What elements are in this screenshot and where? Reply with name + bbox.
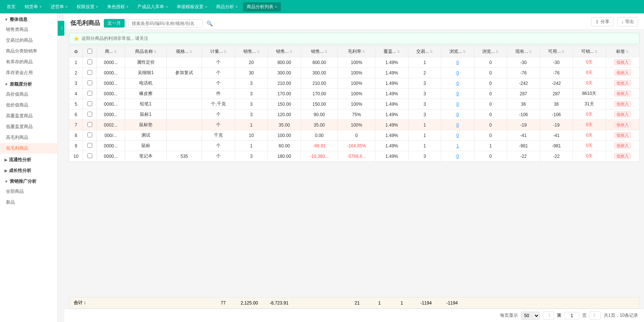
row-checkbox[interactable] bbox=[87, 112, 92, 117]
th-sale-price[interactable]: 销售...⇅ bbox=[268, 46, 301, 57]
cell-browse1[interactable]: 0 bbox=[441, 109, 474, 120]
row-checkbox[interactable] bbox=[87, 153, 92, 158]
sidebar-item-new-goods[interactable]: 新品 bbox=[0, 197, 57, 208]
th-saleable[interactable]: 可销...⇅ bbox=[573, 46, 606, 57]
cell-sale-count: 10 bbox=[235, 130, 268, 141]
sidebar-item-sales-goods[interactable]: 销售类商品 bbox=[0, 24, 57, 35]
th-settings[interactable]: ⚙ bbox=[69, 46, 83, 57]
row-checkbox[interactable] bbox=[87, 143, 92, 148]
th-unit[interactable]: 计量...⇅ bbox=[202, 46, 235, 57]
nav-sales-order-close[interactable]: × bbox=[39, 5, 42, 9]
cell-browse1[interactable]: 0 bbox=[441, 78, 474, 89]
row-checkbox[interactable] bbox=[87, 133, 92, 137]
sidebar-item-high-value[interactable]: 高价值商品 bbox=[0, 89, 57, 100]
search-input[interactable] bbox=[128, 19, 203, 28]
cell-checkbox[interactable] bbox=[83, 151, 97, 162]
total-sale-count: 77 bbox=[212, 300, 234, 306]
select-all-checkbox[interactable] bbox=[87, 49, 92, 54]
row-checkbox[interactable] bbox=[87, 60, 92, 64]
row-checkbox[interactable] bbox=[87, 122, 92, 127]
filter-recent-month-btn[interactable]: 近一月 bbox=[104, 19, 125, 28]
th-code[interactable]: 商...⇅ bbox=[97, 46, 125, 57]
th-tag[interactable]: 标签⇅ bbox=[606, 46, 639, 57]
cell-browse1[interactable]: 0 bbox=[441, 68, 474, 78]
sidebar-group-growth[interactable]: ▶ 成长性分析 bbox=[0, 165, 57, 175]
th-gross-margin[interactable]: 毛利率⇅ bbox=[338, 46, 375, 57]
sidebar-group-overall[interactable]: ▼ 整体信息 bbox=[0, 13, 57, 24]
th-browse2[interactable]: 浏览...⇅ bbox=[474, 46, 507, 57]
page-input[interactable] bbox=[564, 312, 579, 319]
nav-product-analysis-list-close[interactable]: × bbox=[275, 5, 277, 9]
sidebar-item-category-rate[interactable]: 商品分类助销率 bbox=[0, 46, 57, 57]
cell-spec bbox=[167, 78, 202, 89]
nav-purchase-order[interactable]: 进货单 × bbox=[47, 2, 71, 12]
th-name[interactable]: 商品名称⇅ bbox=[125, 46, 167, 57]
sidebar-item-capital[interactable]: 库存资金占用 bbox=[0, 67, 57, 78]
row-checkbox[interactable] bbox=[87, 70, 92, 75]
sidebar-item-high-margin[interactable]: 高毛利商品 bbox=[0, 132, 57, 143]
cell-browse1[interactable]: 0 bbox=[441, 151, 474, 162]
th-checkbox[interactable] bbox=[83, 46, 97, 57]
sidebar-group-marketing[interactable]: ▼ 营销推广分析 bbox=[0, 175, 57, 186]
cell-browse1[interactable]: 0 bbox=[441, 130, 474, 141]
nav-sales-order[interactable]: 销货单 × bbox=[21, 2, 45, 12]
cell-checkbox[interactable] bbox=[83, 130, 97, 141]
cell-sale-price: 60.00 bbox=[268, 141, 301, 151]
cell-browse1[interactable]: 0 bbox=[441, 99, 474, 109]
cell-checkbox[interactable] bbox=[83, 99, 97, 109]
sidebar-group-margin[interactable]: ▼ 差额度分析 bbox=[0, 78, 57, 89]
cell-browse1[interactable]: 0 bbox=[441, 57, 474, 68]
nav-product-inbound[interactable]: 产成品入库单 × bbox=[134, 2, 172, 12]
per-page-select[interactable]: 50 20 100 bbox=[521, 312, 540, 320]
nav-purchase-order-close[interactable]: × bbox=[65, 5, 68, 9]
cell-browse1[interactable]: 1 bbox=[441, 141, 474, 151]
sidebar-collapse-btn[interactable]: 《 bbox=[58, 21, 64, 36]
row-checkbox[interactable] bbox=[87, 80, 92, 85]
nav-role-auth-close[interactable]: × bbox=[126, 5, 129, 9]
th-sale-count[interactable]: 销售...⇅ bbox=[235, 46, 268, 57]
sidebar-item-inventory-goods[interactable]: 有库存的商品 bbox=[0, 57, 57, 67]
nav-product-inbound-close[interactable]: × bbox=[166, 5, 168, 9]
nav-product-analysis-close[interactable]: × bbox=[236, 5, 238, 9]
nav-permission[interactable]: 权限设置 × bbox=[73, 2, 102, 12]
th-spec[interactable]: 规格...⇅ bbox=[167, 46, 202, 57]
nav-product-analysis-list[interactable]: 商品分析列表 × bbox=[243, 2, 281, 12]
sidebar-item-traded-goods[interactable]: 交易过的商品 bbox=[0, 35, 57, 46]
cell-checkbox[interactable] bbox=[83, 78, 97, 89]
next-page-btn[interactable]: 〉 bbox=[590, 311, 601, 320]
prev-page-btn[interactable]: 〈 bbox=[543, 311, 554, 320]
cell-checkbox[interactable] bbox=[83, 89, 97, 99]
export-btn[interactable]: ↓ 导出 bbox=[617, 17, 638, 26]
cell-checkbox[interactable] bbox=[83, 68, 97, 78]
th-browse1[interactable]: 浏览...⇅ bbox=[441, 46, 474, 57]
cell-browse1[interactable]: 0 bbox=[441, 89, 474, 99]
th-sale-amount[interactable]: 销售...⇅ bbox=[301, 46, 338, 57]
sidebar-group-circulation[interactable]: ▶ 流通性分析 bbox=[0, 154, 57, 165]
nav-template-settings-close[interactable]: × bbox=[205, 5, 207, 9]
share-btn[interactable]: ⇧ 分享 bbox=[591, 17, 613, 26]
cell-sale-amount: 210.00 bbox=[301, 78, 338, 89]
nav-template-settings[interactable]: 单据模板设置 × bbox=[173, 2, 211, 12]
cell-checkbox[interactable] bbox=[83, 57, 97, 68]
nav-product-analysis[interactable]: 商品分析 × bbox=[212, 2, 241, 12]
sidebar-item-low-coverage[interactable]: 低覆盖度商品 bbox=[0, 121, 57, 132]
nav-role-auth[interactable]: 角色授权 × bbox=[103, 2, 132, 12]
th-coverage[interactable]: 覆盖...⇅ bbox=[375, 46, 408, 57]
sidebar-item-high-coverage[interactable]: 高覆盖度商品 bbox=[0, 111, 57, 121]
nav-home[interactable]: 首页 bbox=[3, 2, 19, 12]
th-current[interactable]: 现有...⇅ bbox=[507, 46, 540, 57]
cell-unit: 个 bbox=[202, 141, 235, 151]
sidebar-item-all-goods[interactable]: 全部商品 bbox=[0, 186, 57, 197]
cell-checkbox[interactable] bbox=[83, 120, 97, 130]
sidebar-item-low-margin[interactable]: 低毛利商品 bbox=[0, 143, 57, 154]
nav-permission-close[interactable]: × bbox=[96, 5, 98, 9]
cell-checkbox[interactable] bbox=[83, 109, 97, 120]
row-checkbox[interactable] bbox=[87, 91, 92, 96]
row-checkbox[interactable] bbox=[87, 101, 92, 106]
cell-browse1[interactable]: 0 bbox=[441, 120, 474, 130]
th-available[interactable]: 可用...⇅ bbox=[540, 46, 573, 57]
search-btn[interactable]: 🔍 bbox=[206, 20, 213, 26]
th-transaction[interactable]: 交易...⇅ bbox=[408, 46, 441, 57]
sidebar-item-low-value[interactable]: 低价值商品 bbox=[0, 100, 57, 111]
cell-checkbox[interactable] bbox=[83, 141, 97, 151]
